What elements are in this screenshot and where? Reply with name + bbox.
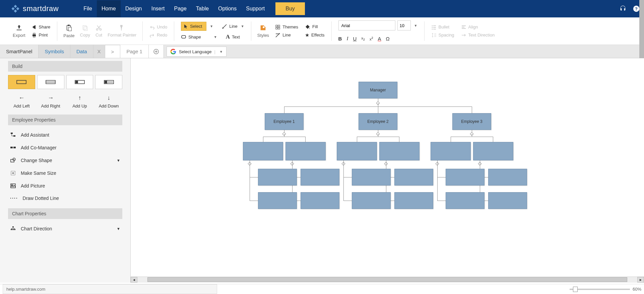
add-down-button[interactable]: ↓Add Down (95, 92, 122, 108)
cut-button[interactable]: Cut (93, 24, 105, 38)
tab-page1[interactable]: Page 1 (120, 45, 149, 58)
canvas[interactable]: Manager Employee 1 Employee 2 Employee 3 (131, 58, 644, 269)
export-group[interactable]: Export (10, 24, 28, 38)
chart-node[interactable] (258, 169, 297, 186)
align-button[interactable]: Align (461, 24, 495, 30)
add-page-button[interactable] (149, 45, 164, 58)
themes-button[interactable]: Themes (275, 24, 298, 30)
dotted-icon: ···· (10, 196, 18, 201)
chart-direction-button[interactable]: Chart Direction▼ (8, 222, 122, 235)
chart-node[interactable] (394, 192, 433, 209)
linestyle-button[interactable]: Line (275, 32, 298, 38)
chart-node[interactable] (258, 192, 297, 209)
node-emp2[interactable]: Employee 2 (359, 113, 397, 130)
chart-node[interactable] (473, 142, 513, 160)
size-input[interactable] (397, 20, 411, 30)
add-assistant-button[interactable]: Add Assistant (8, 129, 122, 141)
text-button[interactable]: Text (232, 34, 240, 40)
paste-button[interactable]: Paste (61, 24, 77, 38)
chart-node[interactable] (352, 192, 391, 209)
breadcrumb[interactable]: > (105, 45, 121, 58)
tab-smartpanel[interactable]: SmartPanel (0, 45, 39, 58)
format-painter-button[interactable]: Format Painter (105, 24, 139, 38)
menu-design[interactable]: Design (121, 0, 147, 17)
tab-close[interactable]: X (93, 45, 105, 58)
tab-data[interactable]: Data (70, 45, 93, 58)
chart-node[interactable] (301, 169, 339, 186)
menu-table[interactable]: Table (191, 0, 213, 17)
select-caret-icon[interactable]: ▼ (210, 24, 213, 28)
font-input[interactable] (338, 20, 395, 30)
menu-options[interactable]: Options (213, 0, 241, 17)
draw-dotted-button[interactable]: ····Draw Dotted Line (8, 192, 122, 204)
line-caret-icon[interactable]: ▼ (241, 24, 244, 28)
subscript-button[interactable]: x2 (361, 36, 365, 41)
make-same-size-button[interactable]: Make Same Size (8, 167, 122, 179)
language-select[interactable]: Select Language | ▼ (167, 47, 227, 57)
spacing-button[interactable]: Spacing (431, 32, 454, 38)
line-button[interactable]: Line (229, 24, 238, 29)
node-emp3[interactable]: Employee 3 (452, 113, 491, 130)
chart-node[interactable] (243, 142, 283, 160)
chart-node[interactable] (352, 169, 391, 186)
headset-icon[interactable] (619, 5, 627, 12)
help-icon[interactable]: ? (633, 5, 640, 12)
scroll-right-button[interactable]: ► (637, 277, 644, 283)
change-shape-button[interactable]: Change Shape▼ (8, 154, 122, 167)
build-box-photo2[interactable] (95, 75, 122, 89)
zoom-slider[interactable] (570, 289, 630, 290)
chart-node[interactable] (337, 142, 377, 160)
italic-button[interactable]: I (346, 36, 348, 42)
menu-home[interactable]: Home (97, 0, 121, 17)
chart-node[interactable] (488, 169, 527, 186)
bullet-button[interactable]: Bullet (431, 24, 454, 30)
menu-support[interactable]: Support (241, 0, 269, 17)
select-button[interactable]: Select (181, 22, 206, 31)
node-manager[interactable]: Manager (359, 82, 397, 98)
text-direction-button[interactable]: Text Direction (461, 32, 495, 38)
build-box-photo1[interactable] (66, 75, 93, 89)
scroll-left-button[interactable]: ◄ (131, 277, 137, 283)
chart-node[interactable] (394, 169, 433, 186)
chart-node[interactable] (488, 192, 527, 209)
menu-insert[interactable]: Insert (146, 0, 169, 17)
undo-button[interactable]: Undo (149, 24, 167, 30)
print-button[interactable]: Print (31, 32, 51, 38)
plus-icon (153, 49, 159, 54)
font-color-button[interactable]: A (378, 36, 381, 42)
size-caret-icon[interactable]: ▼ (414, 24, 417, 27)
copy-button[interactable]: Copy (77, 24, 93, 38)
chart-node[interactable] (446, 192, 485, 209)
chart-node[interactable] (379, 142, 420, 160)
assistant-icon (10, 132, 16, 138)
add-up-button[interactable]: ↑Add Up (66, 92, 93, 108)
add-right-button[interactable]: →Add Right (37, 92, 64, 108)
redo-button[interactable]: Redo (149, 32, 167, 38)
chart-node[interactable] (446, 169, 485, 186)
scroll-thumb[interactable] (147, 277, 627, 282)
node-emp1[interactable]: Employee 1 (265, 113, 304, 130)
add-left-button[interactable]: ←Add Left (8, 92, 35, 108)
tab-symbols[interactable]: Symbols (39, 45, 70, 58)
add-comanager-button[interactable]: Add Co-Manager (8, 141, 122, 154)
horizontal-scrollbar[interactable]: ◄ ► (131, 277, 644, 283)
omega-button[interactable]: Ω (386, 36, 390, 42)
fill-button[interactable]: Fill (305, 24, 325, 29)
menu-file[interactable]: File (79, 0, 97, 17)
styles-button[interactable]: Styles (255, 24, 272, 38)
add-picture-button[interactable]: Add Picture (8, 179, 122, 192)
underline-button[interactable]: U (353, 36, 357, 42)
effects-button[interactable]: ★Effects (305, 32, 325, 38)
build-box-plain[interactable] (8, 75, 35, 89)
share-button[interactable]: Share (31, 24, 51, 30)
superscript-button[interactable]: x2 (370, 36, 373, 41)
shape-caret-icon[interactable]: ▼ (214, 35, 217, 39)
chart-node[interactable] (285, 142, 326, 160)
bold-button[interactable]: B (338, 36, 342, 42)
build-box-split[interactable] (37, 75, 64, 89)
menu-page[interactable]: Page (169, 0, 191, 17)
chart-node[interactable] (431, 142, 471, 160)
buy-button[interactable]: Buy (275, 2, 305, 15)
shape-button[interactable]: Shape (188, 34, 201, 40)
chart-node[interactable] (301, 192, 339, 209)
